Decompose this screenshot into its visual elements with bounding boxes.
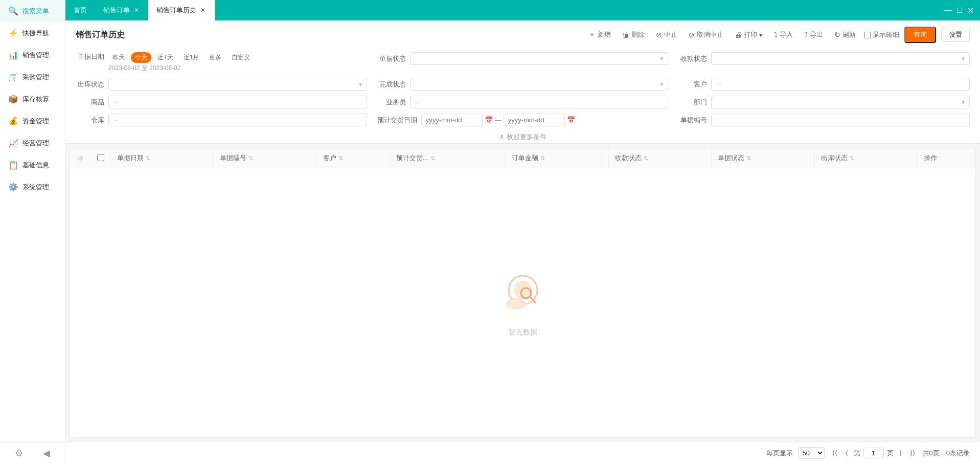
date-tab-more[interactable]: 更多 (205, 52, 225, 63)
th-receipt-status-sortable[interactable]: 收款状态 ⇅ (615, 153, 705, 163)
sidebar-item-operations[interactable]: 📈 经营管理 (0, 132, 65, 154)
warehouse-select[interactable]: ··· (108, 114, 367, 126)
bill-status-chevron: ▾ (660, 55, 664, 62)
stop-icon: ⊘ (656, 31, 662, 39)
settings-button[interactable]: 设置 (941, 28, 970, 42)
last-page-btn[interactable]: ⟩⟩ (907, 448, 918, 458)
delete-button[interactable]: 🗑 删除 (619, 28, 648, 41)
date-from-input[interactable] (421, 114, 483, 126)
sidebar-item-sales[interactable]: 📊 销售管理 (0, 44, 65, 66)
date-separator: — (495, 116, 502, 124)
th-out-status-sort-icon: ⇅ (850, 155, 854, 162)
import-button[interactable]: ⤵ 导入 (771, 28, 796, 41)
sidebar-item-finance[interactable]: 💰 资金管理 (0, 110, 65, 132)
complete-status-control: ▾ (410, 78, 669, 91)
goods-label: 商品 (76, 98, 104, 107)
sidebar-item-inventory[interactable]: 📦 库存核算 (0, 88, 65, 110)
expected-delivery-label: 预计交货日期 (377, 116, 417, 125)
customer-select[interactable]: ··· (711, 78, 970, 91)
th-expected-delivery-sortable[interactable]: 预计交货... ⇅ (396, 153, 499, 163)
window-maximize-icon[interactable]: □ (957, 6, 962, 15)
cancel-stop-button[interactable]: ⊘ 取消中止 (686, 28, 726, 41)
empty-state: 暂无数据 (70, 168, 975, 437)
filter-row-3: 商品 ··· 业务员 ··· (76, 96, 970, 108)
filter-dept: 部门 ▾ (678, 96, 970, 108)
date-tab-yesterday[interactable]: 昨天 (108, 52, 129, 63)
main-area: 首页 销售订单 ✕ 销售订单历史 ✕ — □ ✕ 销售订单历史 ＋ 新增 (65, 0, 980, 464)
date-tab-today[interactable]: 今天 (131, 52, 151, 63)
page-title: 销售订单历史 (76, 30, 125, 40)
th-out-status: 出库状态 ⇅ (814, 148, 918, 168)
th-bill-no-sortable[interactable]: 单据编号 ⇅ (220, 153, 310, 163)
filter-complete-status: 完成状态 ▾ (377, 78, 669, 91)
prev-page-btn[interactable]: ⟨ (843, 448, 851, 458)
th-gear[interactable]: ⚙ (70, 148, 90, 168)
th-bill-no: 单据编号 ⇅ (214, 148, 317, 168)
sidebar-item-baseinfo[interactable]: 📋 基础信息 (0, 154, 65, 176)
topbar-right: — □ ✕ (944, 6, 980, 15)
export-button[interactable]: ⤴ 导出 (801, 28, 826, 41)
tab-home[interactable]: 首页 (65, 0, 95, 20)
settings-bottom-icon[interactable]: ⚙ (15, 448, 23, 459)
sidebar-item-purchase[interactable]: 🛒 采购管理 (0, 66, 65, 88)
bill-status-select[interactable]: ▾ (410, 52, 669, 65)
stop-button[interactable]: ⊘ 中止 (653, 28, 680, 41)
new-button[interactable]: ＋ 新增 (585, 28, 614, 41)
tab-sales-order[interactable]: 销售订单 ✕ (95, 0, 148, 20)
salesperson-select[interactable]: ··· (410, 96, 669, 108)
th-order-amount: 订单金额 ⇅ (505, 148, 608, 168)
collapse-sidebar-icon[interactable]: ◀ (43, 448, 50, 459)
tab-history-close[interactable]: ✕ (199, 6, 207, 15)
print-button[interactable]: 🖨 打印 ▾ (732, 28, 766, 41)
complete-status-select[interactable]: ▾ (410, 78, 669, 91)
date-control: 昨天 今天 近7天 近1月 更多 自定义 2023-06-02 至 2023-0… (108, 52, 367, 73)
th-out-status-sortable[interactable]: 出库状态 ⇅ (821, 153, 911, 163)
window-close-icon[interactable]: ✕ (967, 6, 974, 15)
query-button[interactable]: 查询 (904, 27, 936, 43)
th-date-sortable[interactable]: 单据日期 ⇅ (117, 153, 208, 163)
goods-select[interactable]: ··· (108, 96, 367, 108)
collapse-row[interactable]: ∧ 收起更多条件 (76, 131, 970, 143)
calendar-from-icon[interactable]: 📅 (485, 116, 493, 124)
show-columns-checkbox[interactable] (864, 32, 871, 38)
date-tab-custom[interactable]: 自定义 (227, 52, 254, 63)
out-status-control: ▾ (108, 78, 367, 91)
out-status-chevron: ▾ (359, 80, 362, 88)
refresh-button[interactable]: ↻ 刷新 (831, 28, 859, 41)
receipt-status-select[interactable]: ▾ (711, 52, 970, 65)
tab-sales-order-close[interactable]: ✕ (133, 6, 140, 15)
select-all-checkbox[interactable] (97, 154, 104, 161)
th-expected-delivery-sort-icon: ⇅ (430, 155, 435, 162)
expected-delivery-control: 📅 — 📅 (421, 114, 669, 126)
bill-no-input[interactable] (711, 114, 970, 126)
dept-select[interactable]: ▾ (711, 96, 970, 108)
sidebar-item-quicknav[interactable]: ⚡ 快捷导航 (0, 22, 65, 44)
collapse-up-icon: ∧ (499, 132, 505, 142)
page-number-input[interactable] (863, 448, 884, 458)
warehouse-value: ··· (113, 116, 119, 124)
filter-warehouse: 仓库 ··· (76, 114, 367, 126)
tab-sales-order-history[interactable]: 销售订单历史 ✕ (148, 0, 215, 20)
calendar-to-icon[interactable]: 📅 (567, 116, 575, 124)
dept-label: 部门 (678, 98, 707, 107)
date-tab-7days[interactable]: 近7天 (153, 52, 177, 63)
new-icon: ＋ (588, 30, 596, 39)
sidebar-item-system[interactable]: ⚙️ 系统管理 (0, 176, 65, 198)
show-columns-toggle[interactable]: 显示碰细 (864, 30, 899, 39)
date-to-input[interactable] (504, 114, 565, 126)
th-customer-sortable[interactable]: 客户 ⇅ (323, 153, 383, 163)
th-order-amount-sortable[interactable]: 订单金额 ⇅ (512, 153, 602, 163)
sidebar-item-search[interactable]: 🔍 搜索菜单 (0, 0, 65, 22)
out-status-select[interactable]: ▾ (108, 78, 367, 91)
th-bill-status-sortable[interactable]: 单据状态 ⇅ (718, 153, 808, 163)
per-page-select[interactable]: 50 10 20 100 (798, 447, 825, 459)
th-customer-sort-icon: ⇅ (338, 155, 343, 162)
page-prefix-label: 第 (854, 449, 860, 458)
sidebar-item-label: 系统管理 (22, 183, 49, 192)
window-minimize-icon[interactable]: — (944, 6, 952, 15)
date-tab-1month[interactable]: 近1月 (179, 52, 203, 63)
filter-goods: 商品 ··· (76, 96, 367, 108)
next-page-btn[interactable]: ⟩ (897, 448, 904, 458)
goods-control: ··· (108, 96, 367, 108)
first-page-btn[interactable]: ⟨⟨ (830, 448, 840, 458)
